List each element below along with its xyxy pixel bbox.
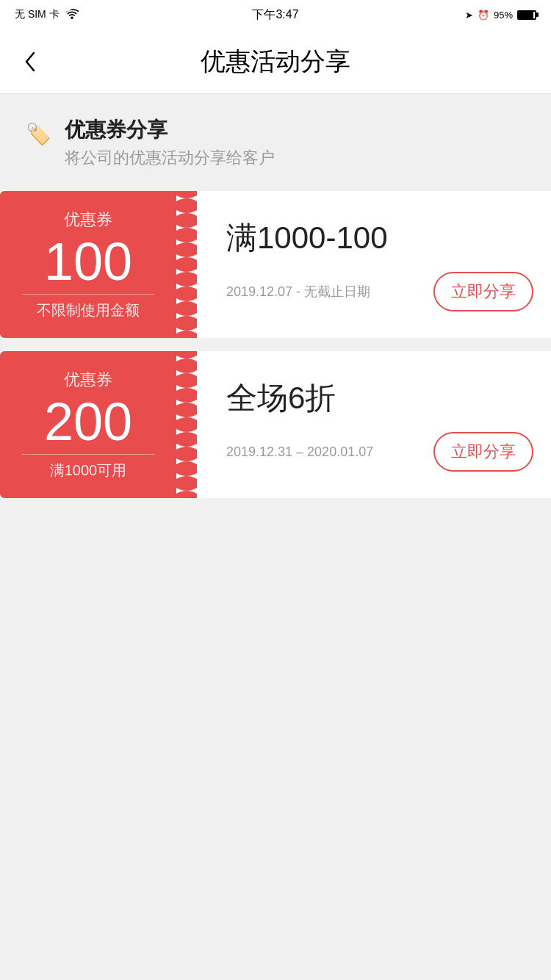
- coupon-icon: 🏷️: [26, 122, 51, 146]
- battery-icon: [517, 10, 536, 20]
- status-right: ➤ ⏰ 95%: [465, 10, 536, 21]
- carrier-text: 无 SIM 卡: [15, 8, 60, 21]
- coupon-label-1: 优惠券: [64, 369, 112, 391]
- status-time: 下午3:47: [252, 7, 298, 23]
- status-bar: 无 SIM 卡 下午3:47 ➤ ⏰ 95%: [0, 0, 551, 29]
- coupon-list: 优惠券 100 不限制使用金额 满1: [0, 184, 551, 526]
- coupon-date-1: 2019.12.31 – 2020.01.07: [226, 444, 373, 460]
- coupon-label-0: 优惠券: [64, 209, 112, 231]
- svg-rect-1: [176, 351, 197, 498]
- section-text: 优惠券分享 将公司的优惠活动分享给客户: [65, 116, 275, 169]
- coupon-card-1: 优惠券 200 满1000可用 全场: [0, 351, 551, 498]
- coupon-condition-1: 满1000可用: [50, 461, 127, 480]
- coupon-card-0: 优惠券 100 不限制使用金额 满1: [0, 191, 551, 338]
- status-left: 无 SIM 卡: [15, 8, 79, 21]
- coupon-date-0: 2019.12.07 - 无截止日期: [226, 283, 370, 300]
- nav-bar: 优惠活动分享: [0, 29, 551, 94]
- coupon-amount-1: 200: [44, 395, 132, 448]
- battery-text: 95%: [494, 10, 513, 21]
- empty-area: [0, 526, 551, 893]
- coupon-name-0: 满1000-100: [226, 217, 533, 259]
- svg-rect-0: [176, 191, 197, 338]
- coupon-right-1: 全场6折 2019.12.31 – 2020.01.07 立即分享: [197, 351, 551, 498]
- section-icon: 🏷️: [22, 118, 54, 150]
- page-title: 优惠活动分享: [201, 45, 350, 79]
- coupon-name-1: 全场6折: [226, 378, 533, 419]
- section-header: 🏷️ 优惠券分享 将公司的优惠活动分享给客户: [0, 94, 551, 184]
- coupon-condition-0: 不限制使用金额: [37, 300, 140, 320]
- section-title: 优惠券分享: [65, 116, 275, 144]
- alarm-icon: ⏰: [478, 10, 489, 21]
- section-subtitle: 将公司的优惠活动分享给客户: [65, 147, 275, 169]
- location-icon: ➤: [465, 10, 473, 21]
- share-button-0[interactable]: 立即分享: [433, 272, 533, 311]
- coupon-amount-0: 100: [44, 235, 132, 288]
- back-button[interactable]: [15, 46, 47, 78]
- coupon-right-0: 满1000-100 2019.12.07 - 无截止日期 立即分享: [197, 191, 551, 338]
- share-button-1[interactable]: 立即分享: [433, 432, 533, 472]
- wifi-icon: [65, 9, 79, 21]
